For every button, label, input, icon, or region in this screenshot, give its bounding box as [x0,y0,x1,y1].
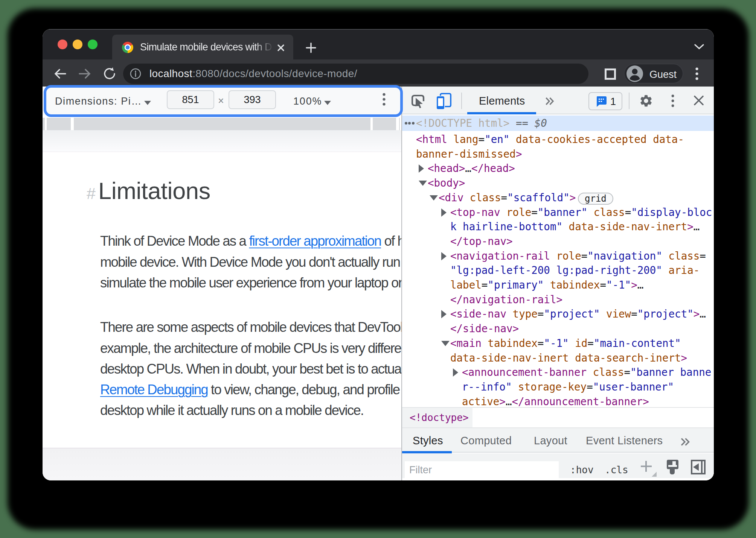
zoom-dropdown[interactable]: 100% [293,96,322,107]
page-heading: Limitations [98,179,210,203]
maximize-window-button[interactable] [88,40,98,49]
new-style-rule-icon[interactable] [641,461,657,477]
back-icon[interactable] [53,67,67,81]
tree-row[interactable]: <navigation-rail role="navigation" class… [402,249,714,263]
close-window-button[interactable] [58,40,67,49]
devtools-more-tabs-icon[interactable] [545,97,554,105]
rendering-paint-icon[interactable] [667,460,678,474]
tree-row[interactable]: </navigation-rail> [402,292,714,307]
tree-row[interactable]: banner-dismissed> [402,147,714,161]
tab-close-icon[interactable] [277,44,285,52]
browser-toolbar: localhost:8080/docs/devtools/device-mode… [43,59,714,87]
tree-row[interactable]: active>…</announcement-banner> [402,394,714,407]
collapsed-arrow-icon[interactable] [441,310,447,318]
collapsed-arrow-icon[interactable] [441,252,447,260]
tree-row[interactable]: <side-nav type="project" view="project">… [402,307,714,321]
code-token-attr: view [606,308,631,320]
code-token-tag: <html [416,133,447,145]
styles-tab-event-listeners[interactable]: Event Listeners [586,435,663,447]
omnibox[interactable]: localhost:8080/docs/devtools/device-mode… [123,64,588,84]
tree-row[interactable]: <top-nav role="banner" class="display-bl… [402,205,714,220]
forward-icon[interactable] [78,67,92,81]
new-tab-button[interactable] [306,43,316,53]
tree-row[interactable]: </side-nav> [402,321,714,336]
tree-row[interactable]: <html lang="en" data-cookies-accepted da… [402,132,714,147]
tree-row[interactable]: <main tabindex="-1" id="main-content" [402,336,714,351]
grid-badge[interactable]: grid [578,193,613,205]
collapsed-arrow-icon[interactable] [419,164,424,173]
profile-button[interactable]: Guest [624,64,683,84]
tree-row[interactable]: <div class="scaffold">grid [402,190,714,205]
tab-search-chevron-icon[interactable] [694,44,704,50]
elements-tree[interactable]: <!DOCTYPE html> == $0<html lang="en" dat… [402,115,714,407]
devtools-tab-elements[interactable]: Elements [479,95,525,107]
styles-tab-styles[interactable]: Styles [413,435,443,447]
issues-count: 1 [610,96,616,108]
device-toolbar-toggle-icon[interactable] [435,92,453,110]
page-link[interactable]: first-order approximation [249,233,381,249]
expanded-arrow-icon[interactable] [430,195,438,201]
issues-button[interactable]: 1 [588,92,622,110]
ruler-mark [71,118,74,130]
device-options-icon[interactable] [381,92,387,106]
styles-tab-layout[interactable]: Layout [534,435,567,447]
code-token-val: "user-banner" [593,381,674,393]
device-type-dropdown[interactable]: Dimensions: Pi… [55,96,142,107]
tree-row[interactable]: "lg:pad-left-200 lg:pad-right-200" aria- [402,263,714,278]
styles-more-tabs-icon[interactable] [680,438,690,446]
show-sidebar-icon[interactable] [691,460,706,474]
code-token-attr: data-cookies-accepted [516,133,647,145]
url-host: localhost [149,68,192,79]
page-text-segment: of h [381,233,401,249]
site-info-icon[interactable] [130,68,141,79]
code-line: <body> [428,176,465,190]
expanded-arrow-icon[interactable] [441,341,450,346]
tree-row[interactable]: </top-nav> [402,234,714,249]
collapsed-arrow-icon[interactable] [453,368,458,377]
devtools-close-icon[interactable] [694,95,704,106]
viewport-width-input[interactable]: 851 [167,90,214,109]
page-link[interactable]: Remote Debugging [100,382,208,397]
code-token-plain: = [501,191,508,204]
code-line: <html lang="en" data-cookies-accepted da… [416,132,684,147]
code-token-tag: > [499,395,506,407]
tree-row[interactable]: k hairline-bottom" data-side-nav-inert>… [402,219,714,234]
tree-row[interactable]: r--info" storage-key="user-banner" [402,380,714,394]
side-panel-icon[interactable] [605,68,616,80]
breadcrumb-doctype[interactable]: <!doctype> [402,408,472,427]
devtools-divider[interactable] [401,87,402,480]
tree-row[interactable]: data-side-nav-inert data-search-inert> [402,351,714,365]
tree-row[interactable]: <announcement-banner class="banner banne [402,365,714,380]
styles-tab-computed[interactable]: Computed [460,435,512,447]
collapsed-arrow-icon[interactable] [441,208,447,217]
code-token-attr: type [513,308,538,320]
reload-icon[interactable] [102,66,117,81]
inspect-element-icon[interactable] [412,94,428,111]
page-text-segment: Think of Device Mode as a [100,233,249,249]
element-classes-button[interactable]: .cls [605,461,628,479]
browser-tab[interactable]: Simulate mobile devices with D [112,35,293,59]
url-path: :8080/docs/devtools/device-mode/ [192,68,357,79]
devtools-menu-icon[interactable] [670,94,675,108]
code-token-attr: class [470,191,501,204]
tree-row-selected[interactable]: <!DOCTYPE html> == $0 [402,116,714,131]
code-token-val: "scaffold" [507,191,570,204]
minimize-window-button[interactable] [73,40,82,49]
styles-filter-input[interactable]: Filter [405,461,559,479]
heading-anchor-hash[interactable]: # [87,185,96,202]
toggle-element-state-button[interactable]: :hov [570,461,594,479]
devtools-panel: Elements 1 <!DOCTYPE h [402,87,714,480]
code-token-tag: <main [450,337,482,349]
code-line: </top-nav> [450,234,513,249]
browser-menu-icon[interactable] [694,67,700,81]
viewport-height-input[interactable]: 393 [229,90,276,109]
tree-row[interactable]: <body> [402,176,714,190]
devtools-settings-icon[interactable] [639,94,653,108]
tree-row[interactable]: <head>…</head> [402,161,714,176]
code-token-plain [550,250,556,262]
page-text-line: desktop while it actually runs on a mobi… [100,403,363,418]
code-token-val: "-1" [544,337,569,349]
device-canvas-bottom [43,448,401,480]
tree-row[interactable]: label="primary" tabindex="-1">… [402,278,714,292]
expanded-arrow-icon[interactable] [419,181,427,186]
